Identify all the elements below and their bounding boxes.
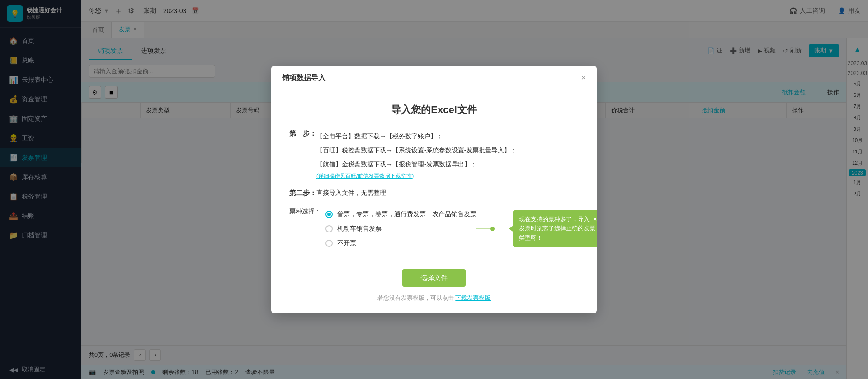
footer-text: 若您没有发票模版，可以点击 — [377, 294, 454, 301]
step2-label: 第二步： — [289, 189, 316, 198]
tooltip-close-btn[interactable]: × — [593, 214, 597, 224]
download-template-link[interactable]: 下载发票模版 — [455, 294, 491, 301]
modal-close-button[interactable]: × — [581, 73, 586, 83]
modal-title: 销项数据导入 — [282, 73, 326, 83]
modal-header: 销项数据导入 × — [271, 66, 597, 90]
modal-footer: 若您没有发票模版，可以点击 下载发票模版 — [289, 294, 579, 302]
tooltip-line — [476, 228, 495, 229]
radio-circle-1 — [326, 211, 333, 218]
radio-group: 普票，专票，卷票，通行费发票，农产品销售发票 机动车销售发票 × 现在支持的票种… — [326, 210, 476, 247]
radio-option-2[interactable]: 机动车销售发票 × 现在支持的票种多了，导入发票时别忘了选择正确的发票类型呀！ — [326, 225, 476, 233]
modal-overlay: 销项数据导入 × 导入您的Excel文件 第一步： 【全电平台】数据下载→【税务… — [0, 0, 868, 379]
step2-block: 第二步： 直接导入文件，无需整理 — [289, 189, 579, 198]
step1-label: 第一步： — [289, 129, 316, 138]
radio-label-2: 机动车销售发票 — [337, 225, 382, 233]
import-modal: 销项数据导入 × 导入您的Excel文件 第一步： 【全电平台】数据下载→【税务… — [271, 66, 597, 313]
step1-line2: 【百旺】税控盘数据下载→【系统设置-系统参数设置-发票批量导入】； — [316, 143, 517, 157]
radio-label-3: 不开票 — [337, 239, 356, 247]
radio-label-1: 普票，专票，卷票，通行费发票，农产品销售发票 — [337, 210, 476, 218]
ticket-select-label: 票种选择： — [289, 207, 326, 216]
modal-body: 导入您的Excel文件 第一步： 【全电平台】数据下载→【税务数字账户】； 【百… — [271, 90, 597, 313]
step1-guide-link[interactable]: (详细操作见百旺/航信发票数据下载指南) — [316, 173, 414, 179]
radio-option-1[interactable]: 普票，专票，卷票，通行费发票，农产品销售发票 — [326, 210, 476, 218]
radio-option-3[interactable]: 不开票 — [326, 239, 476, 247]
select-file-button[interactable]: 选择文件 — [402, 269, 466, 287]
tooltip-arrow — [509, 226, 513, 232]
step1-line1: 【全电平台】数据下载→【税务数字账户】； — [316, 129, 517, 143]
tooltip-bubble: × 现在支持的票种多了，导入发票时别忘了选择正确的发票类型呀！ — [513, 210, 597, 247]
radio-circle-3 — [326, 240, 333, 247]
step1-line3: 【航信】金税盘数据下载→【报税管理-发票数据导出】； — [316, 157, 517, 171]
step2-content: 直接导入文件，无需整理 — [316, 189, 386, 197]
step1-block: 第一步： 【全电平台】数据下载→【税务数字账户】； 【百旺】税控盘数据下载→【系… — [289, 129, 579, 180]
modal-main-title: 导入您的Excel文件 — [289, 103, 579, 117]
tooltip-content: 现在支持的票种多了，导入发票时别忘了选择正确的发票类型呀！ — [519, 215, 595, 241]
step1-content: 【全电平台】数据下载→【税务数字账户】； 【百旺】税控盘数据下载→【系统设置-系… — [316, 129, 517, 180]
radio-section: 票种选择： 普票，专票，卷票，通行费发票，农产品销售发票 机动车销售发票 — [289, 207, 579, 258]
radio-circle-2 — [326, 225, 333, 232]
